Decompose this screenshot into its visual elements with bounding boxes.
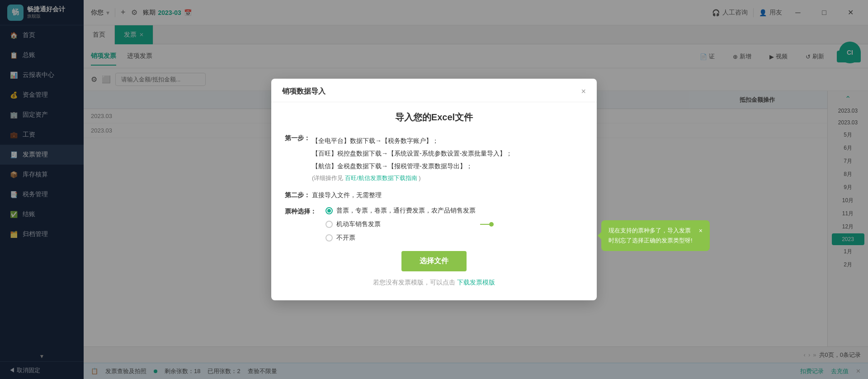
radio-label-2: 机动车销售发票 (336, 220, 381, 228)
tooltip-text: 现在支持的票种多了，导入发票时别忘了选择正确的发票类型呀! (609, 227, 693, 244)
radio-option-1[interactable]: 普票，专票，卷票，通行费发票，农产品销售发票 (326, 207, 476, 215)
step1-detail-link[interactable]: 百旺/航信发票数据下载指南 (345, 175, 417, 181)
step1-section: 第一步： 【全电平台】数据下载→【税务数字账户】； 【百旺】税控盘数据下载→【系… (285, 134, 583, 184)
radio-circle-3 (326, 234, 333, 242)
step1-line1: 【全电平台】数据下载→【税务数字账户】； (312, 134, 512, 147)
tooltip-close-button[interactable]: × (699, 226, 703, 237)
download-prefix: 若您没有发票模版，可以点击 (373, 279, 455, 286)
step2-section: 第二步： 直接导入文件，无需整理 (285, 191, 583, 199)
step1-label: 第一步： (285, 134, 312, 142)
step1-detail: (详细操作见 百旺/航信发票数据下载指南 ) (312, 172, 512, 184)
radio-dot-1 (327, 209, 331, 213)
step2-text: 直接导入文件，无需整理 (312, 191, 382, 199)
import-modal: 销项数据导入 × 导入您的Excel文件 第一步： 【全电平台】数据下载→【税务… (271, 79, 597, 300)
tooltip-bubble: × 现在支持的票种多了，导入发票时别忘了选择正确的发票类型呀! (601, 220, 710, 251)
download-template-section: 若您没有发票模版，可以点击 下载发票模版 (285, 279, 583, 287)
radio-label-3: 不开票 (336, 234, 355, 242)
radio-option-3[interactable]: 不开票 (326, 234, 476, 242)
modal-overlay: 销项数据导入 × 导入您的Excel文件 第一步： 【全电平台】数据下载→【税务… (0, 0, 868, 379)
radio-option-2[interactable]: 机动车销售发票 (326, 220, 476, 228)
tooltip-line (480, 224, 489, 225)
tooltip-arrow (598, 232, 601, 239)
step1-line2: 【百旺】税控盘数据下载→【系统设置-系统参数设置-发票批量导入】； (312, 147, 512, 160)
download-template-link[interactable]: 下载发票模版 (457, 279, 495, 286)
modal-title: 销项数据导入 (282, 87, 326, 96)
modal-close-button[interactable]: × (581, 87, 586, 96)
modal-main-title: 导入您的Excel文件 (285, 111, 583, 123)
radio-circle-2 (326, 221, 333, 228)
step2-label: 第二步： (285, 191, 312, 199)
select-file-button[interactable]: 选择文件 (401, 251, 467, 271)
modal-body: 导入您的Excel文件 第一步： 【全电平台】数据下载→【税务数字账户】； 【百… (271, 102, 597, 300)
radio-circle-1 (326, 207, 333, 214)
radio-group: 普票，专票，卷票，通行费发票，农产品销售发票 机动车销售发票 不开票 (326, 207, 476, 242)
modal-header: 销项数据导入 × (271, 79, 597, 102)
step1-line3: 【航信】金税盘数据下载→【报税管理-发票数据导出】； (312, 160, 512, 172)
ticket-selection: 票种选择： 普票，专票，卷票，通行费发票，农产品销售发票 机动车销售发票 (285, 207, 583, 242)
tooltip-dot (489, 222, 494, 227)
radio-label-1: 普票，专票，卷票，通行费发票，农产品销售发票 (336, 207, 476, 215)
ticket-label: 票种选择： (285, 207, 321, 216)
